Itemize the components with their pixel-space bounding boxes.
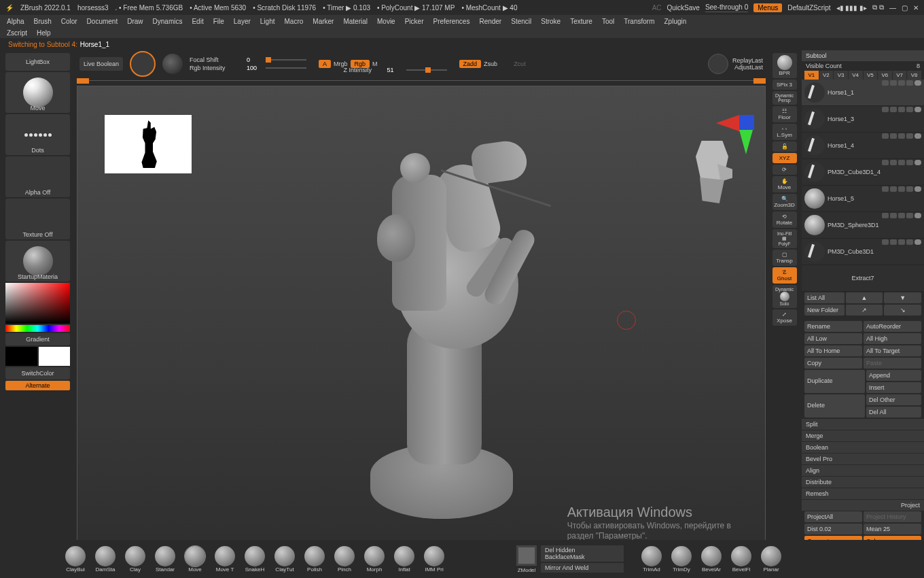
menu-stroke[interactable]: Stroke [541,18,561,25]
brush-thumb[interactable]: Move [5,72,70,113]
vtab-1[interactable]: V1 [804,71,819,80]
zadd-chip[interactable]: Zadd [459,60,482,68]
align-section[interactable]: Align [802,465,924,476]
menu-zscript[interactable]: Zscript [7,29,27,37]
menu-marker[interactable]: Marker [313,18,334,25]
brush-imm[interactable]: IMM Pri [421,546,447,573]
vtab-5[interactable]: V5 [864,71,878,80]
panel-title[interactable]: Subtool [802,50,924,61]
vtab-7[interactable]: V7 [893,71,907,80]
vtab-2[interactable]: V2 [819,71,834,80]
menu-picker[interactable]: Picker [405,18,424,25]
folderup-button[interactable]: ↗ [846,305,883,316]
texture-thumb[interactable]: Texture Off [5,199,70,239]
lightbox-button[interactable]: LightBox [5,53,70,71]
zoom3d-button[interactable]: 🔍Zoom3D [772,194,797,210]
brush-clay[interactable]: Clay [122,546,148,573]
brush-movetopo[interactable]: Move T [212,546,238,573]
menu-dynamics[interactable]: Dynamics [153,18,183,25]
subtool-row[interactable]: Extract7 [802,265,924,292]
hue-strip[interactable] [5,325,70,332]
dynamic-button[interactable]: DynamicPersp [772,91,797,105]
stroke-thumb[interactable]: Dots [5,114,70,155]
distribute-section[interactable]: Distribute [802,477,924,488]
brush-trimadaptive[interactable]: TrimAd [639,546,664,573]
close-icon[interactable]: ✕ [913,4,919,12]
ghost-button[interactable]: ☡Ghost [772,267,797,284]
vtab-3[interactable]: V3 [834,71,848,80]
swatch-row[interactable] [5,347,70,366]
maximize-icon[interactable]: ▢ [902,4,908,12]
delete-button[interactable]: Delete [804,394,865,418]
merge-section[interactable]: Merge [802,430,924,441]
alllow-button[interactable]: All Low [804,333,862,344]
lock-button[interactable]: 🔓 [772,141,797,152]
bpr-button[interactable]: BPR [772,53,797,78]
menu-brush[interactable]: Brush [34,18,52,25]
a-chip[interactable]: A [319,60,331,68]
delother-button[interactable]: Del Other [866,394,921,405]
solo-button[interactable]: DynamicSolo [772,285,797,308]
rgb-intensity-value[interactable]: 100 [247,65,263,71]
menu-movie[interactable]: Movie [377,18,395,25]
duplicate-button[interactable]: Duplicate [804,370,865,393]
brush-damstandard[interactable]: DamSta [92,546,118,573]
split-section[interactable]: Split [802,419,924,430]
menu-edit[interactable]: Edit [192,18,203,25]
menu-alpha[interactable]: Alpha [7,18,24,25]
menus-button[interactable]: Menus [753,3,782,12]
lowpoly-head-preview[interactable] [683,141,738,209]
brush-trimdynamic[interactable]: TrimDy [669,546,694,573]
alltotarget-button[interactable]: All To Target [864,345,921,356]
alltohome-button[interactable]: All To Home [804,345,862,356]
brush-bevelarc[interactable]: BevelAr [698,546,724,573]
mean-slider[interactable]: Mean 25 [864,524,921,534]
spix-slider[interactable]: SPix 3 [772,80,797,90]
brush-bevelflat[interactable]: BevelFl [728,546,754,573]
delhidden-dropdown[interactable]: Del Hidden BackfaceMask [541,545,624,562]
projectall-button[interactable]: ProjectAll [804,511,862,522]
newfolder-button[interactable]: New Folder [804,305,845,316]
subtool-row[interactable]: Horse1_5 [802,186,924,212]
gyro-ring-icon[interactable] [162,54,183,74]
menu-light[interactable]: Light [260,18,275,25]
material-thumb[interactable]: StartupMateria [5,241,70,282]
brush-snakehook[interactable]: SnakeH [242,546,268,573]
swatch-white[interactable] [39,347,71,366]
reset-view-button[interactable]: ⟳ [772,165,797,175]
zsub-label[interactable]: Zsub [484,61,497,67]
window-layout-icon[interactable]: ⧉ ⧉ [872,3,884,12]
movedown-button[interactable]: ▼ [884,292,921,303]
copy-button[interactable]: Copy [804,358,862,369]
folderdown-button[interactable]: ↘ [884,305,921,316]
brush-ring-icon[interactable] [130,51,156,77]
boolean-section[interactable]: Boolean [802,442,924,453]
project-section[interactable]: Project [802,500,924,511]
viewport[interactable]: Активация Windows Чтобы активировать Win… [77,86,766,562]
mirror-dropdown[interactable]: Mirror And Weld [541,563,624,573]
alternate-button[interactable]: Alternate [5,381,70,390]
moveup-button[interactable]: ▲ [846,292,883,303]
rotate-button[interactable]: ⟲Rotate [772,211,797,228]
zmodeler-button[interactable]: ZModel [516,545,537,573]
dist-slider[interactable]: Dist 0.02 [804,524,862,534]
z-intensity-value[interactable]: 51 [387,67,404,73]
menu-preferences[interactable]: Preferences [433,18,469,25]
quicksave-button[interactable]: QuickSave [667,4,700,12]
replaylast-button[interactable]: ReplayLast [732,57,763,64]
vtab-6[interactable]: V6 [878,71,892,80]
append-button[interactable]: Append [866,370,921,381]
subtool-row[interactable]: Horse1_3 [802,106,924,133]
brush-pinch[interactable]: Pinch [332,546,357,573]
subtool-row[interactable]: Horse1_1 [802,80,924,106]
zcut-label[interactable]: Zcut [514,61,526,67]
bevelpro-section[interactable]: Bevel Pro [802,454,924,464]
brush-planar[interactable]: Planar [758,546,784,573]
insert-button[interactable]: Insert [866,382,921,393]
autoreorder-button[interactable]: AutoReorder [864,321,921,332]
brush-morph[interactable]: Morph [361,546,387,573]
color-picker[interactable] [5,283,70,324]
switchcolor-button[interactable]: SwitchColor [5,367,70,379]
polyf-button[interactable]: Ino-Fill▦PolyF [772,229,797,248]
subtool-row[interactable]: Horse1_4 [802,133,924,159]
